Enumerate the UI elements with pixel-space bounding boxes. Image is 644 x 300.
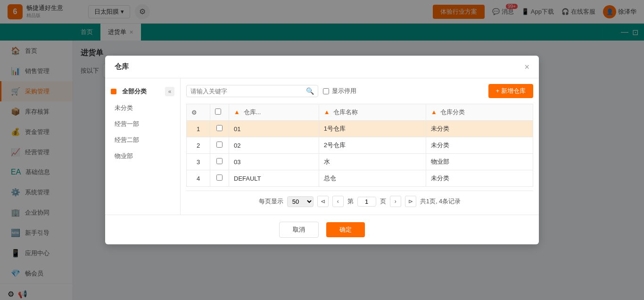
td-gear: 3	[187, 154, 210, 170]
td-gear: 2	[187, 137, 210, 154]
collapse-button[interactable]: «	[165, 87, 174, 96]
all-categories-label: 全部分类	[122, 87, 147, 96]
sort-code-icon: ▲	[234, 108, 240, 116]
row-num: 3	[197, 158, 200, 166]
cancel-button[interactable]: 取消	[279, 222, 319, 238]
col-code-label: 仓库...	[244, 108, 261, 116]
row-checkbox[interactable]	[216, 175, 223, 181]
row-num: 1	[197, 125, 200, 133]
category-operations-1[interactable]: 经营一部	[105, 116, 180, 132]
table-row[interactable]: 2 02 2号仓库 未分类	[187, 137, 533, 154]
td-category: 物业部	[426, 154, 533, 170]
disabled-checkbox-input[interactable]	[323, 88, 329, 94]
td-gear: 1	[187, 121, 210, 137]
col-name-label: 仓库名称	[333, 108, 358, 116]
table-body: 1 01 1号仓库 未分类 2 02 2号仓库 未分类 3	[187, 121, 533, 187]
modal-overlay: 仓库 × 全部分类 « 未分类 经营一部 经营二部	[0, 0, 644, 300]
modal-toolbar: 🔍 显示停用 + 新增仓库	[186, 84, 533, 98]
td-name: 1号仓库	[319, 121, 426, 137]
sort-category-icon: ▲	[431, 108, 437, 116]
modal-close-button[interactable]: ×	[524, 63, 529, 71]
td-name: 总仓	[319, 170, 426, 187]
modal-title: 仓库	[115, 62, 129, 71]
page-number-input[interactable]	[357, 197, 376, 207]
modal-main-content: 🔍 显示停用 + 新增仓库 ⚙	[181, 78, 539, 215]
confirm-button[interactable]: 确定	[326, 222, 365, 237]
td-code: 03	[229, 154, 319, 170]
modal-header: 仓库 ×	[105, 56, 539, 78]
th-settings: ⚙	[187, 104, 210, 121]
add-warehouse-button[interactable]: + 新增仓库	[488, 84, 533, 98]
page-label: 第	[347, 197, 354, 206]
page-size-select: 50 10 20 100	[287, 196, 314, 207]
table-row[interactable]: 1 01 1号仓库 未分类	[187, 121, 533, 137]
table-row[interactable]: 4 DEFAULT 总仓 未分类	[187, 170, 533, 187]
td-checkbox	[210, 170, 229, 187]
page-next-button[interactable]: ›	[390, 196, 401, 207]
td-category: 未分类	[426, 137, 533, 154]
sort-name-icon: ▲	[324, 108, 330, 116]
search-icon[interactable]: 🔍	[306, 87, 314, 95]
th-category: ▲ 仓库分类	[426, 104, 533, 121]
pagination-bar: 每页显示 50 10 20 100 ⊲ ‹ 第 页 ›	[186, 191, 533, 209]
td-name: 2号仓库	[319, 137, 426, 154]
show-disabled-label: 显示停用	[332, 87, 356, 95]
td-code: 02	[229, 137, 319, 154]
td-category: 未分类	[426, 170, 533, 187]
td-name: 水	[319, 154, 426, 170]
modal-footer: 取消 确定	[105, 215, 539, 244]
category-property[interactable]: 物业部	[105, 148, 180, 164]
row-num: 4	[197, 175, 200, 182]
row-num: 2	[197, 142, 200, 149]
table-row[interactable]: 3 03 水 物业部	[187, 154, 533, 170]
th-checkbox	[210, 104, 229, 121]
show-disabled-checkbox[interactable]: 显示停用	[323, 87, 356, 95]
td-gear: 4	[187, 170, 210, 187]
modal-category-sidebar: 全部分类 « 未分类 经营一部 经营二部 物业部	[105, 78, 181, 215]
table-header-row: ⚙ ▲ 仓库... ▲ 仓库名称	[187, 104, 533, 121]
table-wrapper: ⚙ ▲ 仓库... ▲ 仓库名称	[186, 104, 533, 187]
page-first-button[interactable]: ⊲	[317, 196, 329, 207]
total-info: 共1页, 4条记录	[420, 197, 461, 206]
td-category: 未分类	[426, 121, 533, 137]
page-size-dropdown[interactable]: 50 10 20 100	[287, 196, 314, 207]
page-last-button[interactable]: ⊳	[405, 196, 416, 207]
td-checkbox	[210, 121, 229, 137]
row-checkbox[interactable]	[216, 158, 223, 164]
search-input[interactable]	[190, 88, 306, 95]
select-all-checkbox[interactable]	[215, 108, 221, 115]
col-category-label: 仓库分类	[440, 108, 465, 116]
warehouse-modal: 仓库 × 全部分类 « 未分类 经营一部 经营二部	[105, 56, 539, 244]
th-name: ▲ 仓库名称	[319, 104, 426, 121]
td-code: DEFAULT	[229, 170, 319, 187]
modal-body: 全部分类 « 未分类 经营一部 经营二部 物业部	[105, 78, 539, 215]
th-code: ▲ 仓库...	[229, 104, 319, 121]
page-prev-button[interactable]: ‹	[332, 196, 344, 207]
category-operations-2[interactable]: 经营二部	[105, 132, 180, 148]
row-checkbox[interactable]	[216, 142, 223, 148]
td-checkbox	[210, 154, 229, 170]
row-checkbox[interactable]	[216, 125, 223, 131]
td-code: 01	[229, 121, 319, 137]
per-page-label: 每页显示	[259, 197, 283, 206]
category-unclassified[interactable]: 未分类	[105, 100, 180, 116]
warehouse-table: ⚙ ▲ 仓库... ▲ 仓库名称	[186, 104, 533, 187]
category-color-icon	[111, 89, 116, 94]
search-box: 🔍	[186, 85, 318, 97]
modal-all-categories[interactable]: 全部分类 «	[105, 83, 180, 100]
page-unit: 页	[380, 197, 386, 206]
td-checkbox	[210, 137, 229, 154]
